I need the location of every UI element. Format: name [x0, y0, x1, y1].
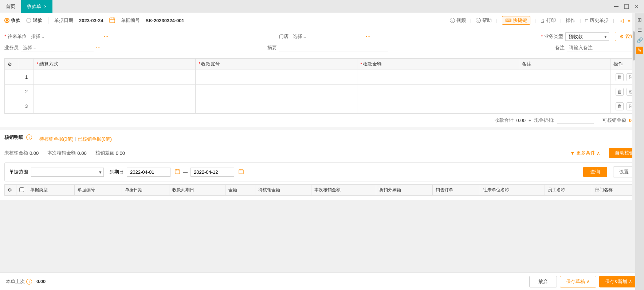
- calendar-end-icon[interactable]: [239, 169, 244, 175]
- salesperson-input[interactable]: [21, 44, 94, 51]
- note-input[interactable]: [567, 44, 640, 51]
- save-new-btn[interactable]: 保存&新增 ∧: [599, 276, 638, 287]
- diff-label: 核销差额: [95, 150, 114, 156]
- unchecked-label: 未核销金额: [4, 150, 28, 156]
- counterpart-more-btn[interactable]: ···: [104, 34, 109, 39]
- calendar-icon[interactable]: [109, 17, 115, 24]
- help-btn[interactable]: ○ 帮助: [476, 17, 492, 24]
- operation-label: 操作: [566, 17, 575, 24]
- tab-receipt[interactable]: 收款单 ×: [21, 0, 52, 13]
- prev-label-text: 本单上次: [6, 278, 25, 285]
- history-label: 历史单据: [590, 17, 609, 24]
- select-all-checkbox[interactable]: [19, 187, 24, 192]
- row1-amount[interactable]: [357, 70, 519, 85]
- summary-field: 摘要: [267, 44, 388, 51]
- done-tab[interactable]: 已核销单据(0笔): [76, 136, 113, 142]
- row2-settlement[interactable]: [34, 85, 196, 99]
- row3-account[interactable]: [195, 99, 357, 114]
- save-new-label: 保存&新增: [605, 278, 627, 285]
- more-conditions-label: 更多条件: [576, 150, 595, 156]
- discard-btn[interactable]: 放弃: [529, 276, 557, 287]
- gear-icon-bottom[interactable]: ⚙: [8, 187, 12, 193]
- scrollbar[interactable]: [632, 13, 635, 290]
- layout-list-icon[interactable]: ≡: [626, 17, 632, 24]
- sidebar-attach-icon[interactable]: 🔗: [636, 36, 643, 44]
- range-select[interactable]: [31, 168, 104, 177]
- row2-num: 2: [19, 85, 34, 99]
- row3-amount[interactable]: [357, 99, 519, 114]
- stats-row: 未核销金额 0.00 本次核销金额 0.00 核销差额 0.00 ▼ 更多条件 …: [4, 148, 640, 158]
- store-input[interactable]: [291, 33, 364, 40]
- current-label: 本次核销金额: [47, 150, 76, 156]
- verification-section: 核销明细 i 待核销单据(0笔) | 已核销单据(0笔) 未核销金额 0.00 …: [0, 130, 644, 200]
- due-date-start-input[interactable]: [127, 168, 170, 177]
- sidebar-list-icon[interactable]: ☰: [636, 26, 643, 34]
- row2-settings: [5, 85, 19, 99]
- pending-tab[interactable]: 待核销单据(0笔): [38, 136, 75, 142]
- col-bottom-docnum: 单据编号: [75, 185, 122, 196]
- refund-radio[interactable]: 退款: [26, 17, 42, 24]
- tab-home[interactable]: 首页: [0, 0, 21, 13]
- row2-amount[interactable]: [357, 85, 519, 99]
- summary-input[interactable]: [279, 44, 388, 51]
- filter-icon: ▼: [570, 150, 575, 156]
- sidebar-edit-icon[interactable]: ✎: [636, 47, 643, 54]
- row3-note[interactable]: [519, 99, 610, 114]
- row2-account[interactable]: [195, 85, 357, 99]
- bottom-table-container: ⚙ 单据类型 单据编号 单据日期 收款到期日 金额 待核销金额 本次核销金额 折…: [4, 184, 640, 196]
- col-bottom-counterpart: 往来单位名称: [480, 185, 545, 196]
- shortcut-btn[interactable]: ⌨ 快捷键: [502, 16, 530, 25]
- discount-input[interactable]: [557, 117, 594, 124]
- print-btn[interactable]: 🖨 打印: [540, 17, 556, 24]
- bottom-table-header: ⚙ 单据类型 单据编号 单据日期 收款到期日 金额 待核销金额 本次核销金额 折…: [5, 185, 640, 196]
- more-conditions-btn[interactable]: ▼ 更多条件 ∧: [570, 150, 600, 156]
- row3-delete-btn[interactable]: 🗑: [616, 102, 624, 110]
- current-stat: 本次核销金额 0.00: [47, 150, 86, 156]
- form-area: * 往来单位 ··· 门店 ··· * 业务类型 预收款 ▾ ⚙ 设置 业务: [0, 28, 644, 58]
- gear-icon[interactable]: ⚙: [8, 62, 12, 67]
- counterpart-input[interactable]: [29, 33, 102, 40]
- filter-settings-btn[interactable]: 设置: [613, 166, 635, 177]
- business-type-select-wrapper: 预收款 ▾: [565, 32, 609, 41]
- row3-settlement[interactable]: [34, 99, 196, 114]
- salesperson-more-btn[interactable]: ···: [96, 45, 101, 51]
- history-btn[interactable]: □ 历史单据: [585, 17, 609, 24]
- maximize-button[interactable]: [624, 4, 629, 9]
- save-draft-label: 保存草稿: [566, 278, 585, 285]
- row1-note[interactable]: [519, 70, 610, 85]
- unchecked-stat: 未核销金额 0.00: [4, 150, 39, 156]
- sidebar-table-icon[interactable]: ⊞: [636, 16, 643, 23]
- calendar-start-icon[interactable]: [175, 169, 180, 175]
- video-btn[interactable]: ○ 视频: [450, 17, 466, 24]
- info-icon[interactable]: i: [26, 134, 32, 140]
- due-date-end-input[interactable]: [191, 168, 234, 177]
- verification-title: 核销明细 i: [4, 134, 32, 141]
- close-button[interactable]: ✕: [634, 4, 640, 9]
- receipt-radio[interactable]: 收款: [4, 17, 20, 24]
- layout-left-icon[interactable]: ◁: [619, 17, 625, 24]
- refund-radio-label: 退款: [33, 17, 42, 24]
- business-type-select[interactable]: 预收款: [565, 32, 609, 41]
- query-btn[interactable]: 查询: [583, 167, 607, 177]
- row1-account[interactable]: [195, 70, 357, 85]
- col-header-note: 备注: [519, 59, 610, 70]
- save-draft-btn[interactable]: 保存草稿 ∧: [560, 276, 596, 287]
- row1-delete-btn[interactable]: 🗑: [616, 73, 624, 81]
- row2-note[interactable]: [519, 85, 610, 99]
- minimize-button[interactable]: [613, 4, 619, 9]
- toolbar-divider-1: [48, 17, 48, 24]
- row2-delete-btn[interactable]: 🗑: [616, 88, 624, 96]
- col-header-account: *收款账号: [195, 59, 357, 70]
- shortcut-label: 快捷键: [513, 17, 527, 24]
- operation-btn[interactable]: 操作: [566, 17, 575, 24]
- diff-stat: 核销差额 0.00: [95, 150, 125, 156]
- save-draft-chevron-icon: ∧: [586, 279, 590, 284]
- store-more-btn[interactable]: ···: [366, 34, 370, 39]
- form-row-2: 业务员 ··· 摘要 备注: [4, 44, 640, 51]
- total-label: 收款合计: [495, 117, 514, 124]
- business-type-label: * 业务类型: [541, 33, 563, 40]
- footer-info-icon[interactable]: i: [26, 279, 32, 285]
- row1-settlement[interactable]: [34, 70, 196, 85]
- video-icon: ○: [450, 18, 455, 23]
- tab-close-icon[interactable]: ×: [44, 4, 47, 9]
